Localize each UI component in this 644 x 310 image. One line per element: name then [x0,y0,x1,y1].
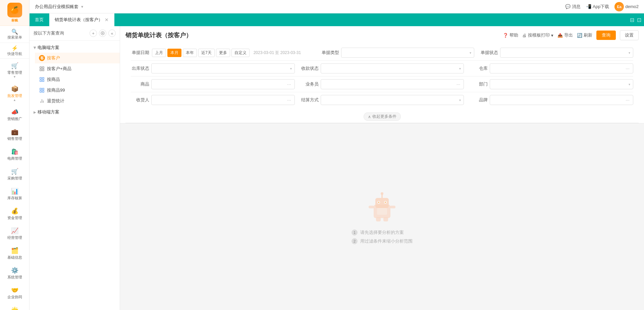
right-main: 销货单统计表（按客户） ❓ 帮助 🖨 按模板打印 ▾ 📤 [120,26,644,310]
user-profile-btn[interactable]: Ea demo2 [614,2,639,11]
header-right: 💬 消息 📲 App下载 Ea demo2 [565,2,639,11]
svg-rect-5 [40,78,42,79]
department-select[interactable]: ▾ [490,79,633,89]
app-download-btn[interactable]: 📲 App下载 [586,4,609,10]
tab-minimize-icon[interactable]: ⊟ [630,17,634,23]
sales-label: 销售管理 [7,136,22,141]
by-customer-label: 按客户 [47,55,60,61]
top-header: 办公用品行业模拟账套 ▾ 💬 消息 📲 App下载 Ea demo2 [30,0,644,13]
svg-rect-10 [42,88,44,90]
purchase-label: 采购管理 [7,176,22,181]
desktop-scheme-header[interactable]: ▶ 电脑端方案 [30,43,120,53]
brand-input[interactable]: ··· [490,95,633,105]
doc-type-select[interactable]: ▾ [341,48,474,58]
doc-status-select[interactable]: ▾ [500,48,633,58]
sidebar-item-ecommerce[interactable]: 🛍️ 电商管理 [0,145,29,164]
page-actions: ❓ 帮助 🖨 按模板打印 ▾ 📤 导出 🔄 [503,30,639,40]
tab-close-btn[interactable]: ✕ [105,17,109,22]
out-status-select[interactable]: ▾ [151,63,295,73]
print-btn[interactable]: 🖨 按模板打印 ▾ [522,32,553,38]
sidebar-item-purchase[interactable]: 🛒 采购管理 [0,164,29,184]
sales-stat-tab-label: 销货单统计表（按客户） [55,17,103,23]
sidebar-item-newbie[interactable]: 🌟 新手引导 [0,303,29,310]
svg-rect-25 [390,206,395,208]
tab-maximize-icon[interactable]: ⊡ [637,17,641,23]
scheme-return-stat[interactable]: 退货统计 [35,96,120,106]
finance-label: 资金管理 [7,215,22,220]
sidebar-item-sales[interactable]: 💼 销售管理 [0,125,29,145]
settlement-select[interactable]: ▾ [321,95,464,105]
tab-home[interactable]: 首页 [30,13,49,26]
logo-text: 标账 [11,18,18,23]
sidebar-item-wholesale[interactable]: 📦 批发管理 ▲ [0,82,29,105]
desktop-scheme-label: 电脑端方案 [38,45,59,51]
return-stat-icon [39,98,45,104]
last-month-btn[interactable]: 上月 [152,49,166,57]
marketing-label: 营销推广 [7,116,22,121]
collapse-more-btn[interactable]: ∧ 收起更多条件 [364,112,401,121]
page-title-row: 销货单统计表（按客户） ❓ 帮助 🖨 按模板打印 ▾ 📤 [125,30,639,40]
left-panel: 按以下方案查询 + « ▶ 电脑端方案 [30,26,120,310]
warehouse-input[interactable]: ··· [490,63,633,73]
desktop-scheme-group: ▶ 电脑端方案 客 按客户 按客户+商品 [30,43,120,106]
custom-btn[interactable]: 自定义 [231,49,250,57]
help-btn[interactable]: ❓ 帮助 [503,32,518,38]
salesperson-dots-icon[interactable]: ··· [456,82,461,87]
department-arrow-icon: ▾ [629,83,630,86]
product-dots-icon[interactable]: ··· [286,82,292,87]
last7-btn[interactable]: 近7天 [198,49,215,57]
message-btn[interactable]: 💬 消息 [565,4,581,10]
export-btn[interactable]: 📤 导出 [557,32,573,38]
by-product99-label: 按商品99 [47,87,65,93]
brand-dots-icon[interactable]: ··· [625,97,630,103]
sidebar-item-finance[interactable]: 💰 资金管理 [0,204,29,224]
svg-rect-7 [40,80,42,82]
this-year-btn[interactable]: 本年 [183,49,197,57]
this-month-btn[interactable]: 本月 [167,49,181,57]
receipt-status-select[interactable]: ▾ [321,63,464,73]
basic-icon: 🗂️ [11,247,18,254]
wholesale-label: 批发管理 [7,93,22,98]
more-btn[interactable]: 更多 [216,49,230,57]
sidebar-item-inventory[interactable]: 📊 库存核算 [0,184,29,204]
collapse-panel-btn[interactable]: « [108,30,116,37]
scheme-by-customer[interactable]: 客 按客户 [35,53,120,63]
doc-status-label: 单据状态 [480,50,498,56]
product-input[interactable]: ··· [151,79,295,89]
export-icon: 📤 [557,33,563,38]
sidebar-item-retail[interactable]: 🛒 零售管理 ▼ [0,59,29,82]
empty-state: 1 请先选择要分析的方案 2 用过滤条件来缩小分析范围 [120,123,644,310]
header-dropdown-arrow[interactable]: ▾ [81,4,83,9]
sidebar-item-operations[interactable]: 📈 经营管理 [0,224,29,244]
doc-status-arrow-icon: ▾ [629,51,630,55]
system-label: 系统管理 [7,275,22,280]
svg-rect-4 [42,69,44,71]
sidebar-item-system[interactable]: ⚙️ 系统管理 [0,263,29,283]
refresh-btn[interactable]: 🔄 刷新 [577,32,592,38]
consignee-dots-icon[interactable]: ··· [286,97,292,103]
query-btn[interactable]: 查询 [596,31,616,40]
sidebar-item-basic[interactable]: 🗂️ 基础信息 [0,244,29,263]
add-scheme-btn[interactable]: + [90,30,97,37]
svg-rect-17 [375,198,389,208]
sidebar-shortcut[interactable]: ⚡ 快捷导航 [0,43,29,59]
mobile-scheme-header[interactable]: ▶ 移动端方案 [30,107,120,117]
settings-btn[interactable]: 设置 [620,30,639,40]
salesperson-input[interactable]: ··· [321,79,464,89]
sidebar-item-marketing[interactable]: 📣 营销推广 [0,105,29,125]
username-label: demo2 [625,4,639,9]
scheme-by-product99[interactable]: 按商品99 [35,85,120,96]
desktop-arrow-icon: ▶ [33,46,37,49]
sidebar-search[interactable]: 🔍 搜索菜单 [0,26,29,43]
scheme-by-product[interactable]: 按商品 [35,74,120,85]
warehouse-dots-icon[interactable]: ··· [625,66,630,71]
tab-bar-right: ⊟ ⊡ [630,17,644,23]
tab-sales-stat[interactable]: 销货单统计表（按客户） ✕ [49,13,114,26]
app-download-label: App下载 [593,4,609,10]
svg-rect-1 [40,67,42,68]
edit-scheme-btn[interactable] [99,30,106,37]
consignee-input[interactable]: ··· [151,95,295,105]
search-label: 搜索菜单 [7,35,22,40]
scheme-by-customer-product[interactable]: 按客户+商品 [35,63,120,74]
sidebar-item-enterprise[interactable]: 🤝 企业协同 [0,283,29,303]
